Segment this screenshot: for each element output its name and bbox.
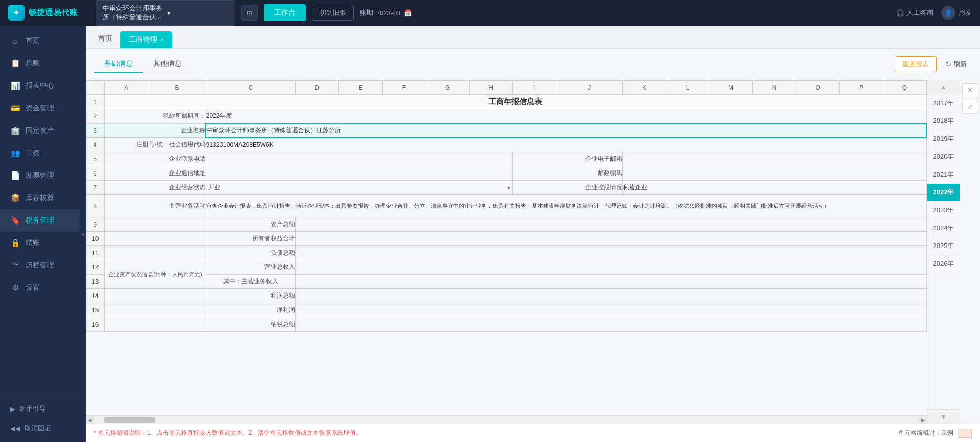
sidebar-item-invoice[interactable]: 📄 发票管理 [0,164,86,187]
col-header-A[interactable]: A [105,81,148,95]
cell-8-value[interactable]: 审查企业会计报表；出具审计报告；验证企业资本；出具验资报告；办理企业合并、分立、… [206,195,926,217]
col-header-M[interactable]: M [709,81,753,95]
year-2022[interactable]: 2022年 [927,184,960,202]
col-header-K[interactable]: K [623,81,666,95]
year-nav-up[interactable]: ▲ [927,80,960,94]
status-bar: * 单元格编辑说明：1、点击单元格直接录入数值或文本。2、清空单元格数值或文本恢… [86,424,980,442]
sidebar-item-home[interactable]: ⌂ 首页 [0,30,86,52]
year-2021[interactable]: 2021年 [927,166,960,184]
cell-7-dropdown[interactable]: 开业▾ [206,181,512,195]
period-label: 账期 [360,8,373,17]
col-header-D[interactable]: D [296,81,339,95]
cell-3-value[interactable]: 中审众环会计师事务所（特殊普通合伙）江苏分所 [206,124,926,138]
cell-5-left-value[interactable] [206,152,512,166]
service-button[interactable]: 🎧 人工咨询 [896,8,933,17]
tab-close-icon[interactable]: × [160,36,164,43]
sidebar-item-report[interactable]: 📊 报表中心 [0,75,86,97]
cell-10-value[interactable] [296,232,926,246]
calendar-icon[interactable]: 📅 [404,9,412,17]
table-row: 9 资产总额 [86,217,927,232]
unpin-icon: ◀◀ [10,425,20,432]
tab-gongshang[interactable]: 工商管理 × [120,31,172,48]
col-header-F[interactable]: F [382,81,426,95]
h-scroll-track[interactable] [94,416,919,424]
cell-16-value[interactable] [296,317,926,332]
h-scrollbar[interactable]: ◀ ▶ [86,415,927,424]
cell-15-value[interactable] [296,303,926,317]
unpin-button[interactable]: ◀◀ 取消固定 [0,419,86,438]
row-num-15: 15 [86,303,105,317]
sidebar-item-close[interactable]: 🔒 结账 [0,232,86,254]
tab-other-info[interactable]: 其他信息 [143,55,192,73]
cell-11-value[interactable] [296,246,926,260]
cell-6-right-value[interactable] [623,166,926,181]
chevron-down-icon: ▾ [167,9,228,17]
year-nav-down[interactable]: ▼ [927,409,960,424]
sidebar-item-inventory[interactable]: 📦 库存核算 [0,187,86,209]
company-select[interactable]: 中审众环会计师事务所（特殊普通合伙... ▾ [96,0,235,26]
cell-14-value[interactable] [296,289,926,303]
cell-13-value[interactable] [296,275,926,289]
year-2018[interactable]: 2018年 [927,112,960,130]
col-header-P[interactable]: P [840,81,883,95]
sidebar-item-tax[interactable]: 🔖 税务管理 [0,209,86,232]
h-scroll-thumb[interactable] [104,417,155,423]
grid-scroll[interactable]: A B C D E F G H I J [86,80,927,415]
sidebar-footer: ▶ 新手引导 ◀◀ 取消固定 [0,395,86,442]
col-header-I[interactable]: I [512,81,556,95]
col-header-H[interactable]: H [469,81,512,95]
old-version-button[interactable]: 切到旧版 [312,5,354,21]
col-header-E[interactable]: E [339,81,382,95]
tab-basic-info[interactable]: 基础信息 [94,55,143,73]
year-2019[interactable]: 2019年 [927,130,960,148]
col-header-L[interactable]: L [666,81,709,95]
cell-2-value[interactable]: 2022年度 [206,109,926,124]
sidebar-item-fund[interactable]: 💳 资金管理 [0,97,86,119]
sidebar-item-wage[interactable]: 👥 工资 [0,142,86,164]
col-header-O[interactable]: O [796,81,840,95]
col-header-J[interactable]: J [556,81,622,95]
cell-9-value[interactable] [296,217,926,232]
sub-tabs: 基础信息 其他信息 [94,55,192,73]
logo: ✦ 畅捷通易代账 [8,5,90,21]
close-panel-button[interactable]: × [962,83,978,97]
cell-8-label: 主营业务活动 [105,195,206,217]
col-header-B[interactable]: B [148,81,206,95]
copy-button[interactable]: ⊡ [241,5,258,21]
sidebar-item-label: 资金管理 [26,104,54,113]
sidebar-item-archive[interactable]: 🗂 归档管理 [0,254,86,277]
col-header-G[interactable]: G [426,81,469,95]
user-menu[interactable]: 👤 用友 [941,6,972,20]
year-2020[interactable]: 2020年 [927,148,960,166]
tab-home[interactable]: 首页 [90,30,120,48]
table-row: 2 税款所属期间： 2022年度 [86,109,927,124]
new-user-guide[interactable]: ▶ 新手引导 [0,399,86,419]
expand-panel-button[interactable]: ⤢ [962,100,978,114]
row-num-1: 1 [86,95,105,109]
cell-5-right-value[interactable] [623,152,926,166]
table-row: 16 纳税总额 [86,317,927,332]
cell-12-value[interactable] [296,260,926,275]
col-header-C[interactable]: C [206,81,296,95]
year-2023[interactable]: 2023年 [927,202,960,219]
sidebar-item-ledger[interactable]: 📋 总账 [0,52,86,75]
year-2017[interactable]: 2017年 [927,94,960,112]
sidebar-collapse-btn[interactable]: ◀ [80,26,86,442]
refresh-button[interactable]: ↻ 刷新 [941,57,972,72]
year-2024[interactable]: 2024年 [927,219,960,237]
cell-7-right-value[interactable]: 私营企业 [623,181,926,195]
cell-title[interactable]: 工商年报信息表 [105,95,926,109]
sidebar-item-fixed[interactable]: 🏢 固定资产 [0,119,86,142]
cell-6-left-value[interactable] [206,166,512,181]
col-header-N[interactable]: N [753,81,796,95]
year-2025[interactable]: 2025年 [927,237,960,255]
year-2026[interactable]: 2026年 [927,255,960,273]
h-scroll-right-btn[interactable]: ▶ [919,416,927,424]
topbar: ✦ 畅捷通易代账 中审众环会计师事务所（特殊普通合伙... ▾ ⊡ 工作台 切到… [0,0,980,26]
h-scroll-left-btn[interactable]: ◀ [86,416,94,424]
workbench-button[interactable]: 工作台 [264,4,306,21]
col-header-Q[interactable]: Q [883,81,926,95]
cell-4-value[interactable]: 91320100MA208E5W6K [206,138,926,152]
reset-report-button[interactable]: 重置报表 [895,56,937,72]
sidebar-item-settings[interactable]: ⚙ 设置 [0,277,86,299]
